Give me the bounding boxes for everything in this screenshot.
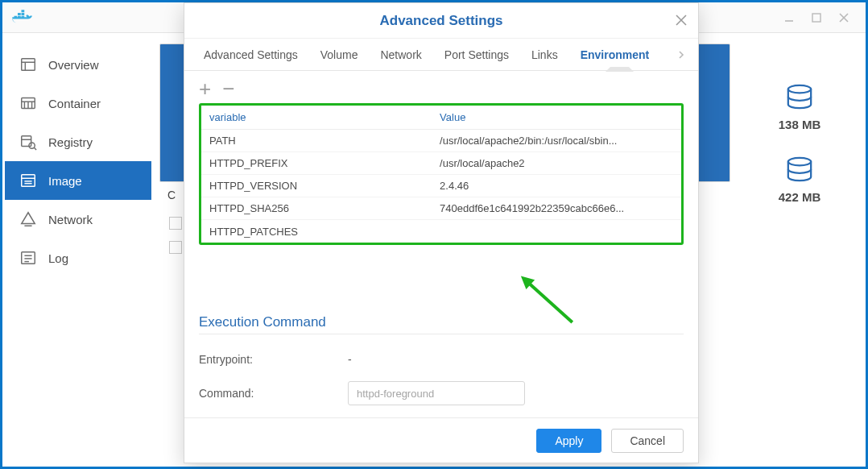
cell-variable: PATH [201, 135, 432, 147]
tab-volume[interactable]: Volume [309, 39, 370, 71]
svg-line-21 [34, 147, 36, 150]
storage-badge: 138 MB [747, 84, 852, 131]
registry-icon [19, 133, 37, 151]
svg-point-32 [788, 85, 811, 93]
tab-label: Advanced Settings [204, 48, 298, 61]
table-row[interactable]: HTTPD_SHA256 740eddf6e1c641992b22359cabc… [201, 197, 681, 220]
execution-command-section: Execution Command Entrypoint: - Command: [199, 314, 684, 407]
svg-rect-7 [812, 14, 820, 22]
log-icon [19, 249, 37, 267]
svg-rect-3 [18, 13, 21, 15]
cell-value: 2.4.46 [432, 180, 681, 192]
sidebar-item-network[interactable]: Network [5, 200, 151, 239]
sidebar-item-label: Overview [48, 58, 99, 72]
col-value[interactable]: Value [432, 111, 681, 123]
divider [199, 334, 684, 334]
environment-variables-table: variable Value PATH /usr/local/apache2/b… [199, 103, 684, 245]
svg-point-33 [788, 158, 811, 165]
tab-advanced-settings[interactable]: Advanced Settings [192, 39, 309, 71]
window-close-icon[interactable] [830, 7, 858, 28]
list-checkbox[interactable] [169, 217, 182, 230]
svg-rect-4 [22, 13, 25, 15]
docker-whale-icon [10, 8, 35, 27]
tab-label: Port Settings [444, 48, 509, 61]
tabs-scroll-right-icon[interactable] [672, 48, 690, 61]
window-minimize-icon[interactable] [775, 7, 803, 28]
cell-value: 740eddf6e1c641992b22359cabc66e6... [432, 202, 681, 214]
dialog-body: + − variable Value PATH /usr/local/apach… [184, 71, 698, 417]
command-label: Command: [199, 387, 348, 400]
sidebar-item-label: Log [48, 251, 68, 265]
svg-marker-26 [22, 213, 35, 224]
sidebar-item-image[interactable]: Image [5, 161, 151, 200]
sidebar-item-label: Container [48, 97, 101, 110]
tab-links[interactable]: Links [520, 39, 569, 71]
sidebar: Overview Container Registry Image Networ… [5, 35, 151, 464]
tab-network[interactable]: Network [369, 39, 432, 71]
sidebar-item-label: Image [48, 174, 82, 188]
dialog-footer: Apply Cancel [184, 417, 698, 463]
advanced-settings-dialog: Advanced Settings Advanced Settings Volu… [184, 2, 699, 463]
dialog-title: Advanced Settings [379, 13, 502, 29]
cell-variable: HTTPD_VERSION [201, 180, 432, 192]
image-icon [19, 172, 37, 189]
sidebar-item-log[interactable]: Log [5, 239, 151, 277]
apply-button[interactable]: Apply [536, 429, 601, 453]
table-row[interactable]: HTTPD_PREFIX /usr/local/apache2 [201, 152, 681, 175]
content-letter: C [167, 189, 176, 201]
container-icon [19, 94, 37, 112]
button-label: Cancel [630, 434, 665, 447]
sidebar-item-container[interactable]: Container [5, 84, 151, 122]
tab-label: Volume [320, 48, 358, 61]
sidebar-item-registry[interactable]: Registry [5, 122, 151, 161]
svg-rect-5 [22, 10, 25, 12]
svg-rect-18 [22, 136, 31, 147]
tab-label: Links [531, 48, 558, 61]
database-icon [784, 100, 815, 114]
svg-rect-10 [22, 59, 35, 71]
overview-icon [19, 56, 37, 73]
table-row[interactable]: HTTPD_PATCHES [201, 220, 681, 243]
svg-rect-22 [22, 175, 35, 187]
sidebar-item-label: Registry [48, 135, 93, 149]
remove-icon[interactable]: − [222, 81, 234, 97]
command-input[interactable] [348, 381, 525, 405]
tab-label: Network [380, 48, 421, 61]
entrypoint-value: - [348, 353, 352, 366]
sidebar-item-overview[interactable]: Overview [5, 45, 151, 84]
svg-point-20 [29, 143, 35, 148]
database-icon [784, 172, 815, 186]
cell-value: /usr/local/apache2 [432, 157, 681, 169]
list-checkbox[interactable] [169, 241, 182, 254]
cell-variable: HTTPD_PATCHES [201, 226, 432, 238]
sidebar-item-label: Network [48, 213, 93, 226]
storage-size: 138 MB [747, 118, 852, 131]
entrypoint-label: Entrypoint: [199, 353, 348, 366]
cell-variable: HTTPD_SHA256 [201, 202, 432, 214]
close-icon[interactable] [676, 13, 687, 30]
tab-port-settings[interactable]: Port Settings [433, 39, 520, 71]
table-header: variable Value [201, 106, 681, 130]
storage-badge: 422 MB [747, 156, 852, 204]
table-row[interactable]: PATH /usr/local/apache2/bin:/usr/local/s… [201, 130, 681, 152]
section-title: Execution Command [199, 314, 684, 330]
storage-size: 422 MB [747, 190, 852, 204]
add-icon[interactable]: + [199, 81, 211, 97]
window-maximize-icon[interactable] [803, 7, 830, 28]
dialog-header: Advanced Settings [184, 3, 698, 39]
col-variable[interactable]: variable [201, 111, 432, 123]
tab-label: Environment [581, 48, 650, 61]
button-label: Apply [555, 434, 583, 447]
network-icon [19, 210, 37, 228]
tab-environment[interactable]: Environment [569, 39, 661, 71]
cell-variable: HTTPD_PREFIX [201, 157, 432, 169]
table-row[interactable]: HTTPD_VERSION 2.4.46 [201, 175, 681, 197]
dialog-tabs: Advanced Settings Volume Network Port Se… [184, 39, 698, 71]
cell-value: /usr/local/apache2/bin:/usr/local/sbin..… [432, 135, 681, 147]
cancel-button[interactable]: Cancel [611, 429, 684, 453]
